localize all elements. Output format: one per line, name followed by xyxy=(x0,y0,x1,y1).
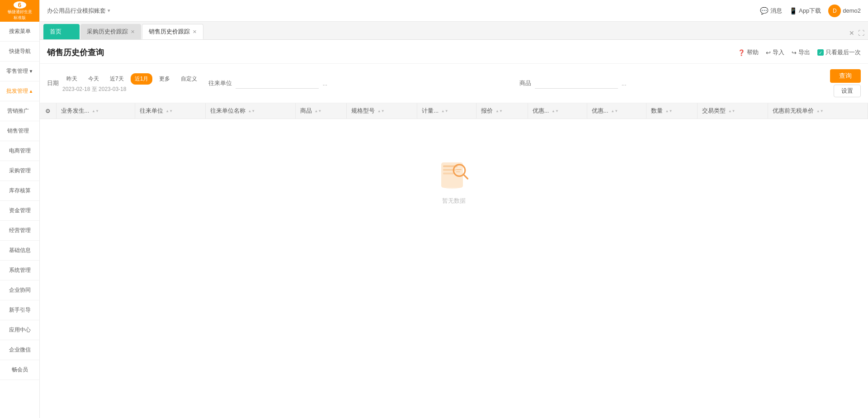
table-settings-icon: ⚙ xyxy=(45,108,51,114)
sidebar: 6 畅捷通好生意 标准版 搜索菜单 快捷导航 零售管理 ▼ 批发管理 ▲ 营销推… xyxy=(0,0,40,418)
import-action[interactable]: ↩ 导入 xyxy=(766,48,784,57)
sidebar-item-wholesale[interactable]: 批发管理 ▲ xyxy=(0,81,39,101)
user-avatar: D xyxy=(828,5,841,17)
sort-icon-quote: ▲▼ xyxy=(495,109,503,113)
sidebar-item-purchase[interactable]: 采购管理 xyxy=(0,161,39,181)
user-profile[interactable]: D demo2 xyxy=(828,5,861,17)
table-container: ⚙ 业务发生... ▲▼ 往来单位 ▲▼ 往来单位名称 ▲▼ xyxy=(40,103,868,241)
empty-text: 暂无数据 xyxy=(442,197,466,205)
th-product[interactable]: 商品 ▲▼ xyxy=(295,103,346,119)
th-quote[interactable]: 报价 ▲▼ xyxy=(476,103,528,119)
product-filter-label: 商品 xyxy=(519,79,531,87)
breadcrumb: 办公用品行业模拟账套 ▾ xyxy=(47,7,755,15)
message-action[interactable]: 💬 消息 xyxy=(760,7,782,15)
breadcrumb-text: 办公用品行业模拟账套 xyxy=(47,7,106,15)
sidebar-item-system[interactable]: 系统管理 xyxy=(0,261,39,280)
sidebar-item-inventory[interactable]: 库存核算 xyxy=(0,181,39,201)
sidebar-item-quick-nav[interactable]: 快捷导航 xyxy=(0,42,39,62)
product-filter-group: 商品 ... xyxy=(519,78,823,89)
sidebar-item-marketing[interactable]: 营销推广 xyxy=(0,101,39,121)
empty-state-icon xyxy=(431,155,476,191)
app-download-label: App下载 xyxy=(799,7,821,15)
date-btn-1month[interactable]: 近1月 xyxy=(131,73,153,85)
only-last-checkbox-group[interactable]: ✓ 只看最后一次 xyxy=(817,48,861,57)
page-content: 销售历史价查询 ❓ 帮助 ↩ 导入 ↪ 导出 ✓ 只看最后一次 xyxy=(40,40,868,418)
date-btn-custom[interactable]: 自定义 xyxy=(177,73,201,85)
sidebar-label-marketing: 营销推广 xyxy=(7,107,29,115)
sort-icon-qty: ▲▼ xyxy=(665,109,673,113)
date-btn-today[interactable]: 今天 xyxy=(84,73,103,85)
th-trade-type-label: 交易类型 xyxy=(702,107,726,114)
sort-icon-discount2: ▲▼ xyxy=(611,109,618,113)
logo-text: 畅捷通好生意 xyxy=(8,10,32,15)
sidebar-item-apps[interactable]: 应用中心 xyxy=(0,320,39,340)
breadcrumb-dropdown[interactable]: 办公用品行业模拟账套 ▾ xyxy=(47,7,110,15)
app-logo: 6 畅捷通好生意 标准版 xyxy=(0,0,39,22)
export-action[interactable]: ↪ 导出 xyxy=(792,48,810,57)
date-btn-7days[interactable]: 近7天 xyxy=(106,73,128,85)
settings-button[interactable]: 设置 xyxy=(834,85,861,97)
query-button[interactable]: 查询 xyxy=(830,69,861,83)
filter-area: 日期 昨天 今天 近7天 近1月 更多 自定义 2023-02-18 至 202… xyxy=(40,64,868,103)
sidebar-nav: 搜索菜单 快捷导航 零售管理 ▼ 批发管理 ▲ 营销推广 销售管理 电商管理 采 xyxy=(0,22,39,418)
tab-sales-history[interactable]: 销售历史价跟踪 ✕ xyxy=(142,24,203,39)
partner-filter-input[interactable] xyxy=(236,78,319,89)
sidebar-item-search[interactable]: 搜索菜单 xyxy=(0,22,39,42)
sidebar-label-basics: 基础信息 xyxy=(9,247,31,254)
tab-sales-history-close-icon[interactable]: ✕ xyxy=(193,29,197,34)
sidebar-item-wechat[interactable]: 企业微信 xyxy=(0,340,39,360)
partner-ellipsis-btn[interactable]: ... xyxy=(322,80,327,87)
th-partner-code[interactable]: 往来单位 ▲▼ xyxy=(135,103,205,119)
sidebar-item-retail[interactable]: 零售管理 ▼ xyxy=(0,62,39,81)
th-product-label: 商品 xyxy=(300,107,312,114)
th-biz-date-label: 业务发生... xyxy=(61,107,90,114)
sidebar-item-vip[interactable]: 畅会员 xyxy=(0,360,39,380)
breadcrumb-chevron-icon: ▾ xyxy=(108,8,110,14)
sidebar-item-basics[interactable]: 基础信息 xyxy=(0,241,39,261)
th-trade-type[interactable]: 交易类型 ▲▼ xyxy=(698,103,768,119)
app-download-action[interactable]: 📱 App下载 xyxy=(789,7,821,15)
product-filter-input[interactable] xyxy=(535,78,618,89)
tab-home[interactable]: 首页 xyxy=(43,24,80,39)
sidebar-label-enterprise: 企业协同 xyxy=(9,286,31,294)
product-ellipsis-btn[interactable]: ... xyxy=(622,80,627,87)
sidebar-item-ecommerce[interactable]: 电商管理 xyxy=(0,141,39,161)
sidebar-item-guide[interactable]: 新手引导 xyxy=(0,300,39,320)
sort-icon-pre-tax-price: ▲▼ xyxy=(816,109,824,113)
window-close-btn[interactable]: ✕ xyxy=(849,29,854,37)
date-btn-yesterday[interactable]: 昨天 xyxy=(62,73,81,85)
sidebar-item-operations[interactable]: 经营管理 xyxy=(0,221,39,241)
th-qty[interactable]: 数量 ▲▼ xyxy=(646,103,697,119)
tab-purchase-history[interactable]: 采购历史价跟踪 ✕ xyxy=(80,24,141,39)
sort-icon-unit: ▲▼ xyxy=(441,109,448,113)
sidebar-item-finance[interactable]: 资金管理 xyxy=(0,201,39,221)
sidebar-label-vip: 畅会员 xyxy=(12,366,28,374)
help-action[interactable]: ❓ 帮助 xyxy=(738,48,759,57)
message-icon: 💬 xyxy=(760,7,769,15)
sidebar-item-sales-mgmt[interactable]: 销售管理 xyxy=(0,121,39,141)
sidebar-label-inventory: 库存核算 xyxy=(9,187,31,195)
th-discount2-label: 优惠... xyxy=(592,107,609,114)
th-unit[interactable]: 计量... ▲▼ xyxy=(417,103,476,119)
tab-purchase-history-label: 采购历史价跟踪 xyxy=(87,28,128,36)
sidebar-item-enterprise[interactable]: 企业协同 xyxy=(0,280,39,300)
th-pre-tax-price[interactable]: 优惠前无税单价 ▲▼ xyxy=(768,103,868,119)
only-last-checkbox[interactable]: ✓ xyxy=(817,49,824,56)
th-partner-name-label: 往来单位名称 xyxy=(210,107,245,114)
th-spec[interactable]: 规格型号 ▲▼ xyxy=(347,103,417,119)
th-discount1[interactable]: 优惠... ▲▼ xyxy=(528,103,587,119)
sort-icon-discount1: ▲▼ xyxy=(552,109,559,113)
th-settings[interactable]: ⚙ xyxy=(40,103,56,119)
th-discount2[interactable]: 优惠... ▲▼ xyxy=(587,103,646,119)
sidebar-label-retail: 零售管理 xyxy=(6,67,28,75)
table-header: ⚙ 业务发生... ▲▼ 往来单位 ▲▼ 往来单位名称 ▲▼ xyxy=(40,103,868,119)
th-partner-name[interactable]: 往来单位名称 ▲▼ xyxy=(205,103,295,119)
th-biz-date[interactable]: 业务发生... ▲▼ xyxy=(56,103,135,119)
sort-icon-spec: ▲▼ xyxy=(377,109,385,113)
window-maximize-btn[interactable]: ⛶ xyxy=(858,29,864,37)
retail-chevron-icon: ▼ xyxy=(29,69,33,74)
help-label: 帮助 xyxy=(747,48,759,57)
date-filter-label: 日期 xyxy=(47,79,59,87)
tab-purchase-history-close-icon[interactable]: ✕ xyxy=(131,29,135,34)
date-btn-more[interactable]: 更多 xyxy=(155,73,174,85)
